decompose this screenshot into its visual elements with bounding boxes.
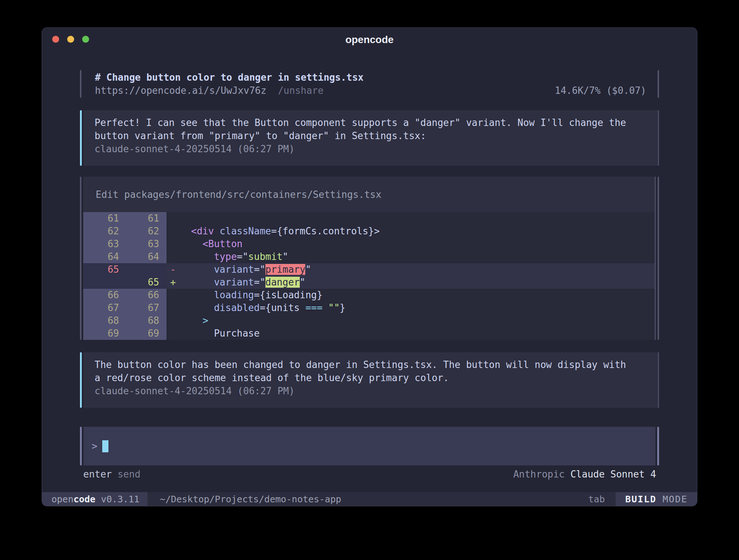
new-line-number: 67 [119,302,159,314]
edit-file-path: Edit packages/frontend/src/containers/Se… [83,177,655,212]
header-right-edge [658,70,659,98]
diff-marker [166,212,180,225]
diff-row: 65- variant="primary" [83,263,655,276]
code-line: Purchase [180,327,655,340]
message-model-timestamp: claude-sonnet-4-20250514 (06:27 PM) [95,142,648,156]
prompt-input-row: > [80,427,659,465]
app-window: opencode # Change button color to danger… [42,27,697,506]
new-line-number: 62 [119,225,159,238]
code-line: loading={isLoading} [180,289,655,302]
line-number-gutter: 6767 [83,302,166,314]
message-text-line: button variant from "primary" to "danger… [95,129,648,142]
old-line-number: 64 [83,250,119,263]
diff-row: 6363 <Button [83,238,655,250]
prompt-symbol: > [92,441,97,452]
code-line: variant="danger" [180,276,655,289]
assistant-message-2: The button color has been changed to dan… [80,352,659,408]
app-version-badge: opencode v0.3.11 [42,492,148,506]
titlebar: opencode [42,28,697,52]
zoom-window-button[interactable] [82,36,89,43]
session-title: # Change button color to danger in setti… [95,71,646,84]
line-number-gutter: 6868 [83,314,166,327]
old-line-number: 62 [83,225,119,238]
code-line: <Button [180,238,655,250]
diff-view: 61616262 <div className={formCs.controls… [83,212,655,340]
line-number-gutter: 6666 [83,289,166,302]
line-number-gutter: 6262 [83,225,166,238]
diff-marker [166,238,180,250]
session-header: # Change button color to danger in setti… [80,70,659,98]
new-line-number: 65 [119,276,159,289]
old-line-number: 68 [83,314,119,327]
old-line-number [83,276,119,289]
diff-row: 6666 loading={isLoading} [83,289,655,302]
new-line-number: 63 [119,238,159,250]
share-url-line: https://opencode.ai/s/UwJxv76z /unshare [95,84,323,97]
diff-row: 6161 [83,212,655,225]
message-text-line: The button color has been changed to dan… [95,358,648,371]
unshare-command: /unshare [278,85,323,96]
text-cursor [102,440,108,452]
new-line-number: 61 [119,212,159,225]
message-text-line: a red/rose color scheme instead of the b… [95,371,648,384]
close-window-button[interactable] [52,36,59,43]
diff-marker [166,250,180,263]
new-line-number: 68 [119,314,159,327]
new-line-number: 69 [119,327,159,340]
line-number-gutter: 6363 [83,238,166,250]
diff-marker: - [166,263,180,276]
line-number-gutter: 6464 [83,250,166,263]
tab-key-hint[interactable]: tab [588,492,605,506]
message-text-line: Perfect! I can see that the Button compo… [95,116,648,129]
diff-marker: + [166,276,180,289]
edit-tool-block: Edit packages/frontend/src/containers/Se… [80,177,659,340]
old-line-number: 67 [83,302,119,314]
traffic-lights [52,36,89,43]
input-right-edge [657,427,659,465]
share-url: https://opencode.ai/s/UwJxv76z [95,85,267,96]
code-line [180,212,655,225]
code-line: <div className={formCs.controls}> [180,225,655,238]
message-model-timestamp: claude-sonnet-4-20250514 (06:27 PM) [95,384,648,398]
edit-right-edge [658,177,659,340]
diff-marker [166,302,180,314]
assistant-message-1: Perfect! I can see that the Button compo… [80,110,659,166]
old-line-number: 63 [83,238,119,250]
diff-row: 65+ variant="danger" [83,276,655,289]
line-number-gutter: 65 [83,276,166,289]
diff-row: 6868 > [83,314,655,327]
diff-marker [166,289,180,302]
code-line: > [180,314,655,327]
prompt-input[interactable]: > [84,427,655,465]
line-number-gutter: 6161 [83,212,166,225]
new-line-number: 64 [119,250,159,263]
line-number-gutter: 65 [83,263,166,276]
code-line: variant="primary" [180,263,655,276]
help-row: enter send Anthropic Claude Sonnet 4 [80,468,659,481]
line-number-gutter: 6969 [83,327,166,340]
code-line: type="submit" [180,250,655,263]
diff-row: 6767 disabled={units === ""} [83,302,655,314]
diff-marker [166,327,180,340]
new-line-number [119,263,159,276]
enter-hint: enter send [83,468,141,481]
old-line-number: 65 [83,263,119,276]
diff-marker [166,225,180,238]
status-bar: opencode v0.3.11 ~/Desktop/Projects/demo… [42,492,697,506]
old-line-number: 61 [83,212,119,225]
old-line-number: 69 [83,327,119,340]
working-directory: ~/Desktop/Projects/demo-notes-app [160,492,341,506]
diff-marker [166,314,180,327]
diff-row: 6969 Purchase [83,327,655,340]
diff-row: 6464 type="submit" [83,250,655,263]
minimize-window-button[interactable] [67,36,74,43]
model-indicator: Anthropic Claude Sonnet 4 [513,468,656,481]
mode-badge[interactable]: BUILD MODE [616,492,697,506]
new-line-number: 66 [119,289,159,302]
token-usage-stats: 14.6K/7% ($0.07) [555,84,646,97]
window-title: opencode [345,34,394,46]
diff-row: 6262 <div className={formCs.controls}> [83,225,655,238]
code-line: disabled={units === ""} [180,302,655,314]
old-line-number: 66 [83,289,119,302]
